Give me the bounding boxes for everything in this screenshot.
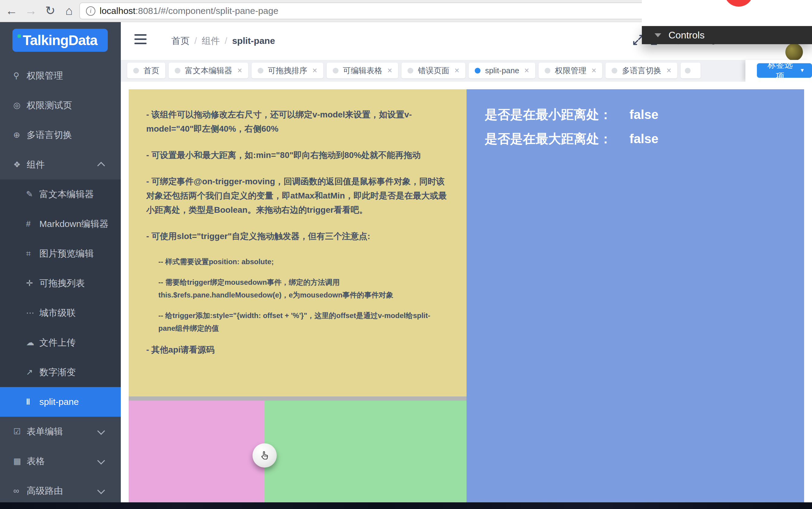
tabs: 首页 × 富文本编辑器 × 可拖拽排序 × 可编辑表格 xyxy=(127,63,701,78)
instructions-pane: - 该组件可以拖动修改左右尺寸，还可以绑定v-model来设置，如设置v-mod… xyxy=(129,89,466,397)
sidebar-subitem[interactable]: ✛ 可拖拽列表 xyxy=(0,268,121,298)
close-icon[interactable]: × xyxy=(592,66,596,75)
sidebar-subitem-label: split-pane xyxy=(39,397,79,407)
trending-up-icon: ↗ xyxy=(26,367,39,377)
key-icon: ⚲ xyxy=(13,71,27,80)
tab[interactable]: 首页 × xyxy=(127,63,165,78)
compose-icon: ✎ xyxy=(26,190,39,199)
tab[interactable]: 可拖拽排序 × xyxy=(252,63,323,78)
tab[interactable]: 权限管理 × xyxy=(539,63,603,78)
chevron-icon xyxy=(97,427,105,435)
instruction-line: - 可绑定事件@on-trigger-moving，回调函数的返回值是鼠标事件对… xyxy=(146,174,451,217)
sidebar-subitem[interactable]: ⌗ 图片预览编辑 xyxy=(0,239,121,268)
sidebar-item[interactable]: ▦ 表格 xyxy=(0,446,121,476)
back-icon[interactable]: ← xyxy=(2,0,21,22)
tag-options-button[interactable]: 标签选项 ▼ xyxy=(757,63,812,78)
logo-text: TalkingData xyxy=(23,32,97,48)
instruction-line: -- 给trigger添加:style="{width: offset + '%… xyxy=(158,309,446,335)
tab-label: 多语言切换 xyxy=(622,65,661,76)
controls-bar[interactable]: Controls xyxy=(642,26,812,44)
tab[interactable]: 富文本编辑器 × xyxy=(169,63,248,78)
sidebar-item[interactable]: ∞ 高级路由 xyxy=(0,476,121,506)
close-icon[interactable]: × xyxy=(454,66,459,75)
site-info-icon[interactable]: i xyxy=(86,6,95,16)
sidebar-subitem-label: 可拖拽列表 xyxy=(39,277,85,290)
instruction-line: - 该组件可以拖动修改左右尺寸，还可以绑定v-model来设置，如设置v-mod… xyxy=(146,107,451,136)
sidebar-menu-top: ⚲ 权限管理 ◎ 权限测试页 ⊕ 多语言切换 ❖ xyxy=(0,61,121,179)
sidebar-item-label: 组件 xyxy=(27,159,45,171)
sidebar-item[interactable]: ☑ 表单编辑 xyxy=(0,417,121,446)
ellipsis-icon: ⋯ xyxy=(26,308,39,318)
forward-icon[interactable]: → xyxy=(22,0,40,22)
sidebar-item[interactable]: ❖ 组件 xyxy=(0,150,121,179)
sidebar-item-label: 权限管理 xyxy=(27,70,63,82)
crop-icon: ⌗ xyxy=(26,249,39,259)
sidebar: TalkingData ⚲ 权限管理 ◎ 权限测试页 ⊕ 多语言切换 xyxy=(0,22,121,509)
right-nested-pane xyxy=(265,401,466,509)
sidebar-item-label: 表单编辑 xyxy=(27,426,63,438)
reload-icon[interactable]: ↻ xyxy=(41,0,59,22)
instruction-line: - 可使用slot="trigger"自定义拖动触发器，但有三个注意点: xyxy=(146,229,451,243)
sidebar-subitem-label: Markdown编辑器 xyxy=(39,218,108,230)
dock-strip xyxy=(0,502,812,509)
sidebar-subitem[interactable]: # Markdown编辑器 xyxy=(0,209,121,239)
custom-drag-trigger[interactable] xyxy=(253,443,277,468)
sidebar-menu-bottom: ☑ 表单编辑 ▦ 表格 ∞ 高级路由 xyxy=(0,417,121,506)
sidebar-item[interactable]: ⚲ 权限管理 xyxy=(0,61,121,91)
sidebar-item[interactable]: ◎ 权限测试页 xyxy=(0,91,121,120)
close-icon[interactable]: × xyxy=(667,66,671,75)
tab-dot-icon xyxy=(612,68,617,73)
avatar[interactable] xyxy=(785,43,803,61)
sidebar-subitem[interactable]: ⋯ 城市级联 xyxy=(0,298,121,328)
tab-label: 可编辑表格 xyxy=(343,65,382,76)
tab[interactable]: split-pane × xyxy=(469,63,535,78)
chevron-icon xyxy=(97,162,105,169)
tab[interactable]: 可编辑表格 × xyxy=(327,63,398,78)
grid-icon: ▦ xyxy=(13,456,27,466)
controls-overlay: Controls xyxy=(642,0,812,44)
tab-label: 富文本编辑器 xyxy=(185,65,232,76)
tab-label: 权限管理 xyxy=(555,65,586,76)
instruction-line: - 其他api请看源码 xyxy=(146,343,451,357)
sidebar-subitem-label: 图片预览编辑 xyxy=(39,247,94,260)
sidebar-item-label: 多语言切换 xyxy=(27,129,72,141)
close-icon[interactable]: × xyxy=(524,66,529,75)
status-pane: 是否是在最小距离处：false 是否是在最大距离处：false xyxy=(466,89,804,509)
tab-dot-icon xyxy=(133,68,139,73)
sidebar-subitem-label: 城市级联 xyxy=(39,307,76,319)
tab[interactable]: 错误页面 × xyxy=(401,63,465,78)
tag-options-label: 标签选项 xyxy=(764,59,796,82)
sidebar-item[interactable]: ⊕ 多语言切换 xyxy=(0,120,121,150)
hand-cursor-icon xyxy=(259,450,270,461)
tag-options-panel: 标签选项 ▼ xyxy=(745,60,812,82)
sidebar-subitem-label: 富文本编辑器 xyxy=(39,188,94,201)
sidebar-submenu-components: ✎ 富文本编辑器 # Markdown编辑器 ⌗ 图片预览编辑 ✛ 可拖拽列表 xyxy=(0,179,121,417)
status-value: false xyxy=(629,132,658,146)
tab[interactable]: × xyxy=(681,63,701,78)
move-icon: ✛ xyxy=(26,278,39,288)
record-icon xyxy=(724,0,753,7)
layers-icon: ❖ xyxy=(13,160,27,169)
close-icon[interactable]: × xyxy=(388,66,392,75)
sidebar-subitem[interactable]: ‖ split-pane xyxy=(0,387,121,417)
tab-label: 首页 xyxy=(143,65,159,76)
status-value: false xyxy=(629,107,658,122)
tab-label: 可拖拽排序 xyxy=(268,65,307,76)
pause-icon: ‖ xyxy=(26,397,39,407)
tab-dot-icon xyxy=(258,68,263,73)
url-path: :8081/#/component/split-pane-page xyxy=(135,6,278,16)
sidebar-item-label: 高级路由 xyxy=(27,485,63,497)
horizontal-split-trigger[interactable] xyxy=(129,397,466,401)
close-icon[interactable]: × xyxy=(237,66,242,75)
overlay-toolbar xyxy=(642,0,812,26)
instruction-line: - 可设置最小和最大距离，如:min="80"即向右拖动到80%处就不能再拖动 xyxy=(146,148,451,162)
close-icon[interactable]: × xyxy=(313,66,317,75)
status-line: 是否是在最小距离处：false xyxy=(485,103,804,127)
sidebar-subitem[interactable]: ☁ 文件上传 xyxy=(0,328,121,358)
lock-icon: ◎ xyxy=(13,100,27,110)
home-icon[interactable]: ⌂ xyxy=(60,0,78,22)
sidebar-subitem[interactable]: ↗ 数字渐变 xyxy=(0,358,121,387)
status-label: 是否是在最大距离处： xyxy=(485,132,612,146)
sidebar-subitem[interactable]: ✎ 富文本编辑器 xyxy=(0,179,121,209)
tab[interactable]: 多语言切换 × xyxy=(606,63,677,78)
